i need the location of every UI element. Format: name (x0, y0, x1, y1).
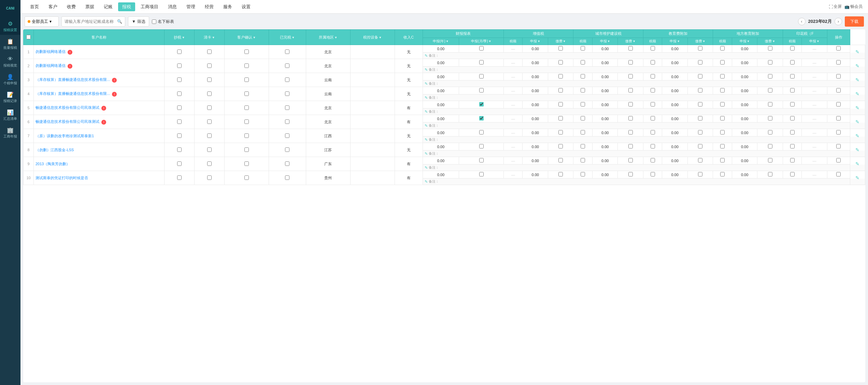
zzs-apply-checkbox-6[interactable] (558, 116, 563, 120)
wanshuir-cell-1[interactable] (269, 45, 306, 59)
zzs-apply-checkbox-5[interactable] (558, 102, 563, 106)
wanshuir-cell-5[interactable] (269, 101, 306, 115)
jyf-apply-checkbox-1[interactable] (698, 46, 702, 51)
jyf-pay-5[interactable] (713, 101, 732, 109)
dfjyf-pay-checkbox-1[interactable] (790, 46, 795, 51)
jyf-pay-checkbox-1[interactable] (720, 46, 725, 51)
sidebar-item-piliangbaoshui[interactable]: 📋 批量报税 (0, 35, 20, 53)
zzs-pay-9[interactable] (573, 157, 593, 165)
csws-pay-checkbox-2[interactable] (651, 60, 655, 65)
zzs-apply-1[interactable] (548, 45, 573, 53)
zzs-pay-2[interactable] (573, 59, 593, 67)
chaoshui-checkbox-5[interactable] (177, 105, 182, 110)
csws-apply-checkbox-8[interactable] (628, 144, 633, 148)
zzs-pay-checkbox-3[interactable] (581, 74, 585, 79)
caiwu-year-checkbox-4[interactable] (479, 88, 484, 92)
csws-apply-checkbox-2[interactable] (628, 60, 633, 65)
querenr-cell-6[interactable] (224, 115, 269, 129)
csws-apply-checkbox-4[interactable] (628, 88, 633, 92)
yhs-apply-checkbox-5[interactable] (836, 102, 841, 106)
zzs-pay-checkbox-1[interactable] (581, 46, 585, 51)
yhs-apply-checkbox-3[interactable] (836, 74, 841, 79)
csws-pay-4[interactable] (643, 87, 662, 95)
remark-edit-icon-1[interactable]: ✎ (425, 54, 428, 58)
vip-button[interactable]: 📺 畅会员 (844, 4, 863, 10)
client-link-6[interactable]: 畅捷通信息技术股份有限公司民珠测试 (35, 119, 99, 124)
caiwu-year-checkbox-3[interactable] (479, 74, 484, 79)
chaoshui-checkbox-6[interactable] (177, 119, 182, 124)
th-qingka[interactable]: 清卡▼ (194, 30, 224, 45)
dfjyf-apply-checkbox-10[interactable] (768, 172, 772, 176)
qingka-checkbox-10[interactable] (207, 175, 212, 180)
dfjyf-pay-checkbox-6[interactable] (790, 116, 795, 120)
zzs-apply-5[interactable] (548, 101, 573, 109)
caiwu-year-cell-9[interactable] (459, 157, 504, 165)
wanshuir-checkbox-3[interactable] (285, 77, 289, 82)
action-edit-8[interactable]: ✎ (855, 147, 859, 153)
chaoshui-cell-10[interactable] (164, 171, 194, 185)
csws-pay-6[interactable] (643, 115, 662, 123)
jyf-pay-checkbox-2[interactable] (720, 60, 725, 65)
sidebar-item-geshenshenba[interactable]: 👤 个税申报 (0, 70, 20, 88)
th-chaoshui[interactable]: 抄税▼ (164, 30, 194, 45)
th-csws-apply[interactable]: 申报▼ (592, 38, 617, 45)
zzs-apply-checkbox-7[interactable] (558, 130, 563, 134)
csws-pay-10[interactable] (643, 171, 662, 179)
zzs-pay-6[interactable] (573, 115, 593, 123)
jyf-apply-1[interactable] (687, 45, 713, 53)
yhs-apply-4[interactable] (827, 87, 850, 95)
yhs-apply-checkbox-4[interactable] (836, 88, 841, 92)
client-link-1[interactable]: 勿删新锐网络通信 (35, 49, 66, 54)
querenr-checkbox-8[interactable] (244, 147, 249, 152)
nav-shouye[interactable]: 首页 (26, 2, 43, 11)
dfjyf-pay-2[interactable] (783, 59, 802, 67)
dfjyf-pay-7[interactable] (783, 129, 802, 137)
csws-pay-checkbox-8[interactable] (651, 144, 655, 148)
filter-button[interactable]: ▼ 筛选 (128, 16, 149, 27)
csws-apply-3[interactable] (618, 73, 643, 81)
csws-pay-1[interactable] (643, 45, 662, 53)
dfjyf-pay-10[interactable] (783, 171, 802, 179)
wanshuir-checkbox-8[interactable] (285, 147, 289, 152)
csws-pay-checkbox-5[interactable] (651, 102, 655, 106)
action-edit-6[interactable]: ✎ (855, 119, 859, 125)
jyf-apply-7[interactable] (687, 129, 713, 137)
th-zzs-pay[interactable]: 缴费▼ (548, 38, 573, 45)
jyf-apply-checkbox-4[interactable] (698, 88, 702, 92)
zzs-pay-10[interactable] (573, 171, 593, 179)
dfjyf-apply-7[interactable] (757, 129, 783, 137)
client-link-8[interactable]: （勿删）江西股金-LSS (35, 148, 74, 152)
dfjyf-pay-6[interactable] (783, 115, 802, 123)
th-wanshuir[interactable]: 已完税▼ (269, 30, 306, 45)
querenr-checkbox-10[interactable] (244, 175, 249, 180)
qingka-cell-4[interactable] (194, 87, 224, 101)
action-edit-10[interactable]: ✎ (855, 175, 859, 181)
remark-edit-icon-7[interactable]: ✎ (425, 138, 428, 142)
caiwu-year-checkbox-9[interactable] (479, 158, 484, 162)
wanshuir-checkbox-2[interactable] (285, 63, 289, 68)
csws-apply-checkbox-9[interactable] (628, 158, 633, 162)
jyf-pay-9[interactable] (713, 157, 732, 165)
remark-edit-icon-10[interactable]: ✎ (425, 180, 428, 184)
qingka-checkbox-4[interactable] (207, 91, 212, 96)
zzs-apply-checkbox-1[interactable] (558, 46, 563, 51)
jyf-pay-checkbox-8[interactable] (720, 144, 725, 148)
jyf-pay-8[interactable] (713, 143, 732, 151)
zzs-apply-checkbox-9[interactable] (558, 158, 563, 162)
wanshuir-cell-8[interactable] (269, 143, 306, 157)
csws-apply-checkbox-5[interactable] (628, 102, 633, 106)
dfjyf-apply-checkbox-3[interactable] (768, 74, 772, 79)
jyf-apply-3[interactable] (687, 73, 713, 81)
csws-apply-2[interactable] (618, 59, 643, 67)
th-csws-pay[interactable]: 缴费▼ (618, 38, 643, 45)
action-edit-3[interactable]: ✎ (855, 77, 859, 83)
th-zzs-apply[interactable]: 申报▼ (523, 38, 548, 45)
search-input[interactable] (65, 19, 116, 24)
qingka-checkbox-6[interactable] (207, 119, 212, 124)
dfjyf-apply-4[interactable] (757, 87, 783, 95)
client-link-4[interactable]: （库存核算）直播畅捷通信息技术股份有限... (35, 91, 110, 96)
caiwu-year-checkbox-6[interactable] (479, 116, 484, 120)
jyf-apply-5[interactable] (687, 101, 713, 109)
zzs-apply-8[interactable] (548, 143, 573, 151)
querenr-checkbox-5[interactable] (244, 105, 249, 110)
